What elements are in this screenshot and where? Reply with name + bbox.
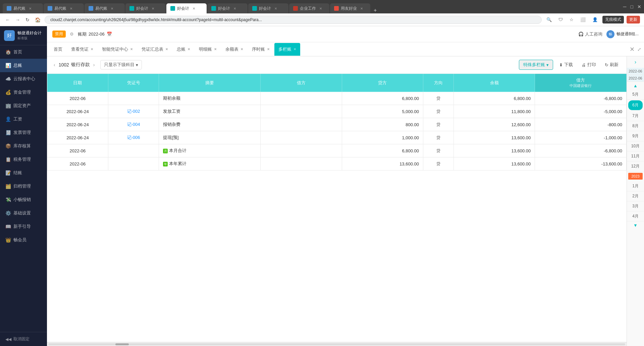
col-direction: 方向 <box>423 74 453 92</box>
browser-tab-6[interactable]: 好会计 ✕ <box>207 3 248 13</box>
month-item-2023-1[interactable]: 1月 <box>627 181 644 191</box>
scrollbar-thumb[interactable] <box>115 343 129 345</box>
sidebar-item-vip[interactable]: 👑 畅会员 <box>0 233 47 247</box>
close-button[interactable]: ✕ <box>637 4 641 9</box>
sidebar-item-salary[interactable]: 👤 工资 <box>0 112 47 126</box>
tab-general-ledger-close[interactable]: ✕ <box>187 47 190 51</box>
browser-tab-3[interactable]: 易代账 ✕ <box>85 3 125 13</box>
calendar-icon[interactable]: 📅 <box>107 32 112 37</box>
sidebar-item-fund[interactable]: 💰 资金管理 <box>0 86 47 99</box>
download-button[interactable]: ⬇ 下载 <box>556 60 576 69</box>
refresh-button[interactable]: ↻ 刷新 <box>602 60 621 69</box>
profile-icon[interactable]: 👤 <box>590 16 600 23</box>
print-button[interactable]: 🖨 打印 <box>579 60 599 69</box>
sidebar-item-cloud-report[interactable]: ☁️ 云报表中心 <box>0 72 47 86</box>
demo-badge: 禁用 <box>52 31 66 38</box>
month-item-2023-4[interactable]: 4月 <box>627 211 644 221</box>
tab-home[interactable]: 首页 <box>50 43 66 56</box>
salary-icon: 👤 <box>5 116 11 122</box>
tab-multi-column-close[interactable]: ✕ <box>293 47 296 51</box>
close-panel-button[interactable]: ✕ <box>630 46 635 53</box>
month-item-2023-3[interactable]: 3月 <box>627 201 644 211</box>
settings-gear-icon[interactable]: ⚙ <box>70 32 74 37</box>
scroll-up-button[interactable]: ▲ <box>627 82 644 90</box>
forward-button[interactable]: → <box>14 16 21 24</box>
expand-panel-button[interactable]: ⤢ <box>637 47 641 52</box>
browser-tab-9[interactable]: 用友好业 ✕ <box>330 3 370 13</box>
tab-detail-ledger-close[interactable]: ✕ <box>214 47 217 51</box>
browser-tab-4[interactable]: 好会计 ✕ <box>125 3 166 13</box>
tab-smart-voucher[interactable]: 智能凭证中心 ✕ <box>98 43 137 56</box>
month-item-7[interactable]: 7月 <box>627 111 644 121</box>
sidebar-item-archive[interactable]: 🗂️ 归档管理 <box>0 180 47 193</box>
tab-detail-ledger[interactable]: 明细账 ✕ <box>195 43 221 56</box>
sidebar-item-expense[interactable]: 💸 小畅报销 <box>0 193 47 206</box>
tab-voucher-summary-close[interactable]: ✕ <box>165 47 168 51</box>
browser-tab-7[interactable]: 好会计 ✕ <box>248 3 288 13</box>
month-item-10[interactable]: 10月 <box>627 141 644 151</box>
new-tab-button[interactable]: + <box>371 7 379 13</box>
search-icon[interactable]: 🔍 <box>544 16 554 23</box>
browser-tab-8[interactable]: 企业工作 ✕ <box>289 3 329 13</box>
filter-dropdown[interactable]: 只显示下级科目 ▾ <box>100 60 142 69</box>
extension-icon[interactable]: ⬜ <box>578 16 588 23</box>
pin-button[interactable]: ◀◀ 取消固定 <box>5 336 42 342</box>
cell-voucher-4[interactable]: 记-006 <box>108 131 159 144</box>
sidebar-item-invoice[interactable]: 🧾 发票管理 <box>0 126 47 139</box>
month-item-8[interactable]: 8月 <box>627 121 644 131</box>
month-item-11[interactable]: 11月 <box>627 151 644 161</box>
sidebar-item-close[interactable]: 📝 结账 <box>0 166 47 180</box>
prev-account-button[interactable]: ‹ <box>52 61 57 68</box>
cell-dir-3: 贷 <box>423 118 453 131</box>
next-account-button[interactable]: › <box>92 61 96 68</box>
month-item-5[interactable]: 5月 <box>627 90 644 100</box>
sidebar-item-tax[interactable]: 📋 税务管理 <box>0 153 47 166</box>
vip-icon: 👑 <box>5 237 11 243</box>
shield-icon[interactable]: 🛡 <box>556 16 565 23</box>
star-icon[interactable]: ☆ <box>568 16 576 23</box>
tab-journal[interactable]: 序时账 ✕ <box>248 43 274 56</box>
tab-journal-close[interactable]: ✕ <box>267 47 270 51</box>
maximize-button[interactable]: □ <box>631 4 633 9</box>
special-multi-column-button[interactable]: 特殊多栏账 ▾ <box>519 60 553 70</box>
tab-general-ledger[interactable]: 总账 ✕ <box>173 43 194 56</box>
sidebar-item-inventory[interactable]: 📦 库存核算 <box>0 139 47 153</box>
scroll-down-button[interactable]: ▼ <box>627 221 644 229</box>
sidebar-item-ledger[interactable]: 📊 总账 <box>0 59 47 72</box>
sidebar-item-home[interactable]: 🏠 首页 <box>0 45 47 59</box>
month-item-6[interactable]: 6月 <box>628 100 643 110</box>
bottom-scrollbar[interactable] <box>47 342 627 346</box>
home-button[interactable]: 🏠 <box>34 16 42 24</box>
cell-voucher-5 <box>108 144 159 157</box>
sidebar-item-guide[interactable]: 📖 新手引导 <box>0 220 47 233</box>
cell-summary-4: 提现[预] <box>159 131 261 144</box>
url-input[interactable] <box>45 16 542 24</box>
sidebar-item-asset[interactable]: 🏢 固定资产 <box>0 99 47 112</box>
tab-multi-column[interactable]: 多栏账 ✕ <box>274 43 300 56</box>
month-item-2023-2[interactable]: 2月 <box>627 191 644 201</box>
tab-smart-voucher-close[interactable]: ✕ <box>130 47 133 51</box>
browser-tab-5[interactable]: 好会计 ✕ <box>166 3 207 13</box>
tab-multi-column-label: 多栏账 <box>278 46 291 52</box>
tab-balance[interactable]: 余额表 ✕ <box>221 43 247 56</box>
minimize-button[interactable]: ─ <box>623 4 627 9</box>
month-sidebar-collapse[interactable]: › <box>627 56 644 68</box>
page-tabs: 首页 查看凭证 ✕ 智能凭证中心 ✕ 凭证汇总表 ✕ 总账 ✕ 明细账 ✕ <box>47 42 644 56</box>
consult-button[interactable]: 🎧 人工咨询 <box>578 31 602 37</box>
month-item-12[interactable]: 12月 <box>627 161 644 171</box>
browser-tab-1[interactable]: 易代账 ✕ <box>3 3 43 13</box>
tab-voucher-summary[interactable]: 凭证汇总表 ✕ <box>138 43 172 56</box>
month-item-9[interactable]: 9月 <box>627 131 644 141</box>
tab-view-voucher[interactable]: 查看凭证 ✕ <box>67 43 97 56</box>
cell-voucher-2[interactable]: 记-002 <box>108 105 159 118</box>
cell-voucher-3[interactable]: 记-004 <box>108 118 159 131</box>
back-button[interactable]: ← <box>4 16 11 24</box>
refresh-button[interactable]: ↻ <box>24 16 31 24</box>
update-button[interactable]: 更新 <box>627 16 640 23</box>
stealth-mode-button[interactable]: 无痕模式 <box>602 16 624 23</box>
tab-balance-close[interactable]: ✕ <box>240 47 243 51</box>
sidebar-item-settings[interactable]: ⚙️ 基础设置 <box>0 206 47 220</box>
tab-view-voucher-close[interactable]: ✕ <box>91 47 93 51</box>
table-header: 日期 凭证号 摘要 借方 贷方 方向 余额 借方 中国建设银行 <box>47 74 627 92</box>
browser-tab-2[interactable]: 易代账 ✕ <box>44 3 84 13</box>
